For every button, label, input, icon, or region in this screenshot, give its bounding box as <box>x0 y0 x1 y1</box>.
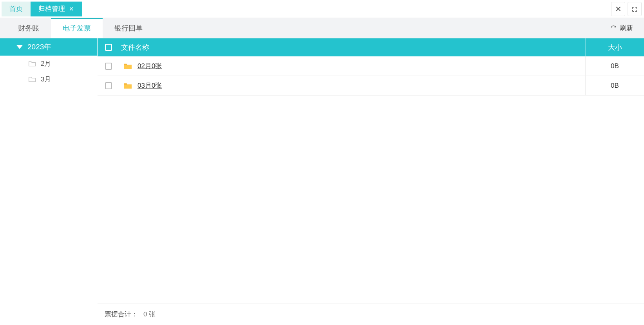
table-row: 02月0张 0B <box>98 56 644 76</box>
file-name-link[interactable]: 03月0张 <box>137 81 162 90</box>
table-header: 文件名称 大小 <box>98 38 644 56</box>
folder-tree: 2023年 2月 3月 <box>0 38 97 325</box>
header-size: 大小 <box>585 38 644 56</box>
row-checkbox[interactable] <box>105 82 112 89</box>
tree-month-item[interactable]: 3月 <box>0 71 97 87</box>
refresh-icon <box>610 25 617 31</box>
folder-outline-icon <box>28 60 36 67</box>
table-row: 03月0张 0B <box>98 76 644 96</box>
file-table-container: 文件名称 大小 02月0张 0B <box>97 38 644 325</box>
tab-archive-management-label: 归档管理 <box>38 4 65 13</box>
file-size: 0B <box>611 62 619 70</box>
tree-year-node[interactable]: 2023年 <box>0 38 97 56</box>
sub-tab-bank-receipt-label: 银行回单 <box>114 23 143 33</box>
file-size: 0B <box>611 82 619 90</box>
svg-rect-1 <box>124 85 132 88</box>
close-window-button[interactable]: ✕ <box>611 2 625 16</box>
folder-outline-icon <box>28 76 36 83</box>
folder-icon <box>123 82 132 89</box>
header-filename-label: 文件名称 <box>121 43 149 52</box>
refresh-button[interactable]: 刷新 <box>610 18 644 38</box>
footer-count: 0 张 <box>143 310 156 319</box>
svg-rect-0 <box>124 65 132 69</box>
row-checkbox[interactable] <box>105 63 112 70</box>
refresh-label: 刷新 <box>620 23 633 32</box>
tab-home-label: 首页 <box>9 4 23 13</box>
chevron-down-icon <box>16 45 23 49</box>
window-tab-strip: 首页 归档管理 ✕ ✕ <box>0 0 644 18</box>
tree-year-label: 2023年 <box>27 42 51 52</box>
sub-tab-bank-receipt[interactable]: 银行回单 <box>103 18 154 38</box>
fullscreen-button[interactable] <box>628 2 642 16</box>
file-name-link[interactable]: 02月0张 <box>137 61 162 70</box>
sub-tab-finance-label: 财务账 <box>18 23 39 33</box>
header-checkbox-cell <box>98 44 119 51</box>
sub-tab-strip: 财务账 电子发票 银行回单 刷新 <box>0 18 644 38</box>
tree-month-label: 2月 <box>41 59 51 68</box>
tab-archive-management[interactable]: 归档管理 ✕ <box>31 2 82 16</box>
tab-home[interactable]: 首页 <box>2 2 31 16</box>
header-filename: 文件名称 <box>119 43 585 52</box>
footer-label: 票据合计： <box>105 310 138 319</box>
sub-tab-finance[interactable]: 财务账 <box>6 18 51 38</box>
sub-tab-e-invoice-label: 电子发票 <box>63 23 91 33</box>
folder-icon <box>123 63 132 70</box>
select-all-checkbox[interactable] <box>105 44 112 51</box>
content-area: 2023年 2月 3月 文件名称 大小 <box>0 38 644 325</box>
tree-month-item[interactable]: 2月 <box>0 56 97 71</box>
table-body: 02月0张 0B 03月0张 0B <box>98 56 644 303</box>
close-icon[interactable]: ✕ <box>69 6 74 12</box>
header-size-label: 大小 <box>608 43 622 52</box>
window-controls: ✕ <box>611 2 644 16</box>
sub-tab-e-invoice[interactable]: 电子发票 <box>51 18 103 38</box>
table-footer: 票据合计： 0 张 <box>98 303 644 325</box>
tree-month-label: 3月 <box>41 75 51 84</box>
